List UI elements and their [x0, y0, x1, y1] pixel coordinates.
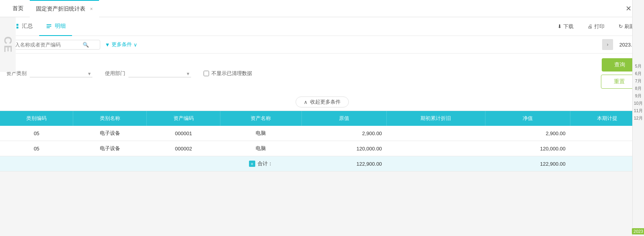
cell-category-name: 电子设备 — [73, 141, 147, 156]
search-input[interactable] — [10, 42, 80, 48]
collapse-icon: ∧ — [304, 99, 308, 105]
cell-net-value: 120,000.00 — [485, 141, 570, 156]
tab-close-icon[interactable]: × — [90, 6, 93, 12]
cell-asset-name: 电脑 — [220, 141, 301, 156]
collapse-button[interactable]: ∧ 收起更多条件 — [296, 97, 349, 107]
chevron-down-icon: ∨ — [133, 42, 137, 48]
search-icon[interactable]: 🔍 — [83, 42, 89, 48]
svg-rect-3 — [16, 27, 18, 29]
hide-cleared-label[interactable]: 不显示已清理数据 — [204, 70, 252, 77]
col-category-name: 类别名称 — [73, 111, 147, 126]
sidebar-month-item[interactable]: 5月 — [632, 63, 644, 70]
cell-original-value: 2,900.00 — [301, 126, 386, 141]
more-filter-button[interactable]: ▼ 更多条件 ∨ — [105, 41, 137, 48]
data-table: 类别编码 类别名称 资产编码 资产名称 原值 期初累计折旧 净值 本期计提 05… — [0, 111, 644, 172]
download-button[interactable]: ⬇ 下载 — [554, 21, 577, 32]
col-original-value: 原值 — [301, 111, 386, 126]
sidebar-month-item[interactable]: 10月 — [632, 100, 644, 107]
sidebar-month-item[interactable]: 7月 — [632, 77, 644, 85]
department-field: 使用部门 — [105, 70, 191, 77]
hide-cleared-checkbox[interactable] — [204, 71, 209, 76]
cell-asset-name: 电脑 — [220, 126, 301, 141]
table-header-row: 类别编码 类别名称 资产编码 资产名称 原值 期初累计折旧 净值 本期计提 — [0, 111, 644, 126]
tab-detail[interactable]: 明细 — [39, 17, 72, 36]
tab-detail-label: 明细 — [55, 23, 66, 30]
col-net-value: 净值 — [485, 111, 570, 126]
svg-rect-1 — [16, 24, 18, 26]
arrow-right-icon: › — [607, 42, 608, 47]
cell-asset-code: 000002 — [147, 141, 220, 156]
cell-net-value: 2,900.00 — [485, 126, 570, 141]
cell-asset-code: 000001 — [147, 126, 220, 141]
cell-original-value: 120,000.00 — [301, 141, 386, 156]
total-net-value: 122,900.00 — [485, 156, 570, 172]
total-label-cell — [0, 156, 220, 172]
sidebar-month-item[interactable]: 9月 — [632, 92, 644, 100]
print-button[interactable]: 🖨 打印 — [584, 21, 608, 32]
print-label: 打印 — [594, 23, 604, 30]
svg-rect-6 — [47, 27, 50, 28]
department-select-wrap — [128, 70, 191, 77]
collapse-bar: ∧ 收起更多条件 — [6, 93, 638, 111]
top-nav: 首页 固定资产折旧统计表 × ✕ — [0, 0, 644, 17]
refresh-icon: ↻ — [619, 23, 623, 29]
total-row: ≡ 合计： 122,900.00 122,900.00 — [0, 156, 644, 172]
filter-row: 资产类别 使用部门 不显示已清理数据 查询 重置 — [6, 58, 638, 93]
home-nav-item[interactable]: 首页 — [6, 0, 30, 17]
sidebar-month-item[interactable]: 12月 — [632, 114, 644, 122]
filter-icon: ▼ — [105, 42, 110, 48]
advanced-filter: 资产类别 使用部门 不显示已清理数据 查询 重置 ∧ — [0, 54, 644, 111]
department-select[interactable] — [128, 70, 191, 77]
search-input-wrap: 🔍 — [6, 40, 100, 50]
asset-category-field: 资产类别 — [6, 70, 92, 77]
col-asset-code: 资产编码 — [147, 111, 220, 126]
download-label: 下载 — [563, 23, 574, 30]
right-sidebar: 5月6月7月8月9月10月11月12月 2023 — [632, 0, 644, 236]
logo-text: CE — [2, 36, 14, 53]
asset-category-select-wrap — [30, 70, 92, 77]
asset-category-select[interactable] — [30, 70, 92, 77]
table-container: 类别编码 类别名称 资产编码 资产名称 原值 期初累计折旧 净值 本期计提 05… — [0, 111, 644, 172]
department-label: 使用部门 — [105, 70, 125, 77]
sidebar-month-item[interactable]: 6月 — [632, 70, 644, 77]
cell-category-code: 05 — [0, 141, 73, 156]
logo-area: CE — [0, 17, 16, 72]
collapse-label: 收起更多条件 — [310, 98, 341, 105]
col-accumulated-depreciation: 期初累计折旧 — [387, 111, 485, 126]
total-label: ≡ 合计： — [220, 156, 301, 172]
col-asset-name: 资产名称 — [220, 111, 301, 126]
download-icon: ⬇ — [557, 23, 562, 29]
year-badge[interactable]: 2023 — [632, 228, 644, 234]
filter-bar: 🔍 ▼ 更多条件 ∨ › 2023.01 — [0, 36, 644, 54]
total-original-value: 122,900.00 — [301, 156, 386, 172]
cell-category-code: 05 — [0, 126, 73, 141]
svg-rect-5 — [47, 26, 51, 27]
tab-summary-label: 汇总 — [22, 23, 33, 30]
cell-accumulated-depreciation — [387, 126, 485, 141]
filter-collapse-arrow[interactable]: › — [602, 39, 613, 50]
hide-cleared-text: 不显示已清理数据 — [211, 70, 252, 77]
total-accumulated-depreciation — [387, 156, 485, 172]
sidebar-month-item[interactable]: 8月 — [632, 85, 644, 92]
more-filter-label: 更多条件 — [112, 41, 132, 48]
active-tab[interactable]: 固定资产折旧统计表 × — [30, 0, 99, 17]
detail-icon — [45, 23, 52, 30]
sidebar-month-item[interactable]: 11月 — [632, 107, 644, 114]
print-icon: 🖨 — [588, 23, 593, 29]
cell-accumulated-depreciation — [387, 141, 485, 156]
cell-category-name: 电子设备 — [73, 126, 147, 141]
svg-rect-4 — [47, 24, 51, 25]
toolbar-actions: ⬇ 下载 🖨 打印 ↻ 刷新 — [554, 21, 638, 32]
table-row: 05 电子设备 000001 电脑 2,900.00 2,900.00 — [0, 126, 644, 141]
active-tab-label: 固定资产折旧统计表 — [36, 5, 85, 13]
table-row: 05 电子设备 000002 电脑 120,000.00 120,000.00 — [0, 141, 644, 156]
col-category-code: 类别编码 — [0, 111, 73, 126]
toolbar: 汇总 明细 ⬇ 下载 🖨 打印 ↻ 刷新 — [0, 17, 644, 36]
